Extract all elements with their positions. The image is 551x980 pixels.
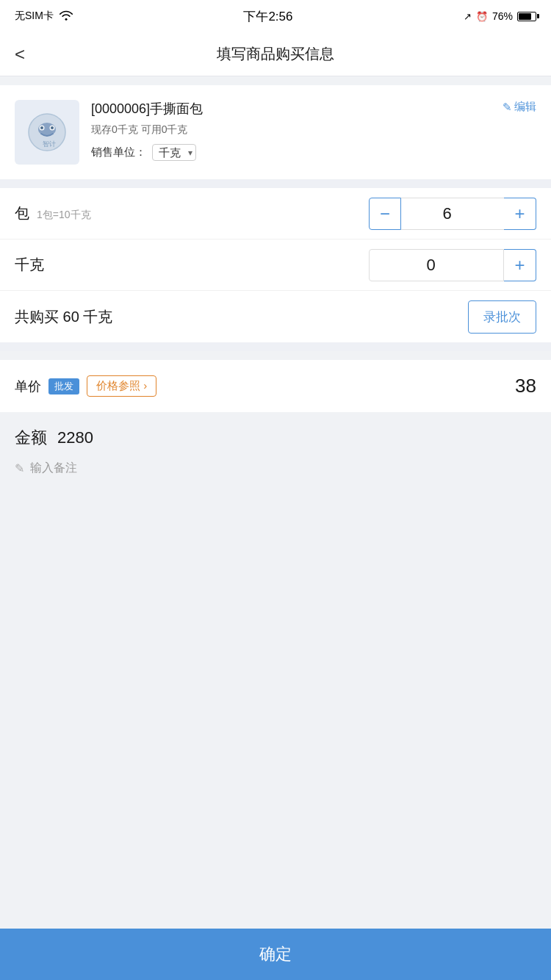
svg-point-5	[51, 126, 54, 129]
status-time: 下午2:56	[243, 8, 292, 25]
price-section: 单价 批发 价格参照 › 38	[0, 360, 551, 412]
price-value: 38	[515, 375, 536, 397]
qty-bao-minus[interactable]: −	[369, 198, 401, 230]
qty-kg-controls: +	[369, 249, 536, 281]
confirm-text: 确定	[259, 943, 292, 965]
amount-row: 金额 2280	[15, 427, 536, 449]
price-left: 单价 批发 价格参照 ›	[15, 375, 156, 397]
edit-button[interactable]: ✎ 编辑	[503, 100, 536, 114]
confirm-bar[interactable]: 确定	[0, 929, 551, 980]
product-card: 智计 [0000006]手撕面包 ✎ 编辑 现存0千克 可用0千克 销售单位： …	[0, 85, 551, 179]
price-ref-button[interactable]: 价格参照 ›	[87, 375, 156, 397]
qty-bao-sub: 1包=10千克	[37, 209, 91, 222]
qty-bao-input[interactable]	[401, 198, 504, 230]
product-image: 智计	[15, 100, 79, 165]
qty-kg-input[interactable]	[369, 249, 504, 281]
amount-label: 金额	[15, 427, 47, 449]
alarm-icon: ⏰	[476, 11, 488, 22]
back-button[interactable]: <	[15, 44, 25, 65]
product-name: [0000006]手撕面包	[91, 100, 503, 118]
price-row: 单价 批发 价格参照 › 38	[15, 375, 536, 397]
product-name-row: [0000006]手撕面包 ✎ 编辑	[91, 100, 536, 118]
total-text: 共购买 60 千克	[15, 307, 112, 327]
unit-select[interactable]: 千克	[152, 144, 196, 161]
price-tag: 批发	[48, 378, 79, 394]
svg-text:智计: 智计	[43, 140, 56, 148]
status-left: 无SIM卡	[15, 10, 73, 23]
record-batch-button[interactable]: 录批次	[468, 300, 536, 334]
qty-kg-label: 千克	[15, 255, 44, 275]
divider-1	[0, 179, 551, 188]
total-row: 共购买 60 千克 录批次	[0, 291, 551, 342]
battery-percent: 76%	[492, 10, 513, 22]
edit-icon: ✎	[503, 101, 512, 114]
unit-select-wrap[interactable]: 千克	[152, 144, 196, 161]
qty-bao-main: 包	[15, 203, 29, 223]
unit-label: 销售单位：	[91, 145, 146, 159]
qty-bao-plus[interactable]: +	[504, 198, 536, 230]
wifi-icon	[60, 10, 73, 23]
qty-row-bao: 包 1包=10千克 − +	[0, 188, 551, 239]
product-stock: 现存0千克 可用0千克	[91, 123, 536, 137]
battery-icon	[517, 12, 536, 21]
note-icon: ✎	[15, 461, 24, 475]
edit-label: 编辑	[514, 100, 536, 114]
qty-row-kg: 千克 +	[0, 239, 551, 291]
product-unit-row: 销售单位： 千克	[91, 144, 536, 161]
divider-2	[0, 342, 551, 351]
svg-point-4	[40, 126, 43, 129]
status-right: ↗ ⏰ 76%	[464, 10, 536, 22]
amount-value: 2280	[57, 428, 93, 447]
note-placeholder[interactable]: 输入备注	[30, 461, 77, 476]
content-spacer	[0, 491, 551, 696]
qty-kg-plus[interactable]: +	[504, 249, 536, 281]
qty-kg-main: 千克	[15, 255, 44, 275]
note-row[interactable]: ✎ 输入备注	[15, 461, 536, 476]
qty-bao-label: 包 1包=10千克	[15, 203, 91, 223]
qty-bao-controls: − +	[369, 198, 536, 230]
amount-section: 金额 2280 ✎ 输入备注	[0, 412, 551, 491]
location-icon: ↗	[464, 11, 472, 22]
product-info: [0000006]手撕面包 ✎ 编辑 现存0千克 可用0千克 销售单位： 千克	[91, 100, 536, 161]
page-title: 填写商品购买信息	[217, 44, 334, 64]
carrier-text: 无SIM卡	[15, 10, 54, 23]
price-label: 单价	[15, 378, 41, 395]
status-bar: 无SIM卡 下午2:56 ↗ ⏰ 76%	[0, 0, 551, 32]
nav-bar: < 填写商品购买信息	[0, 32, 551, 76]
